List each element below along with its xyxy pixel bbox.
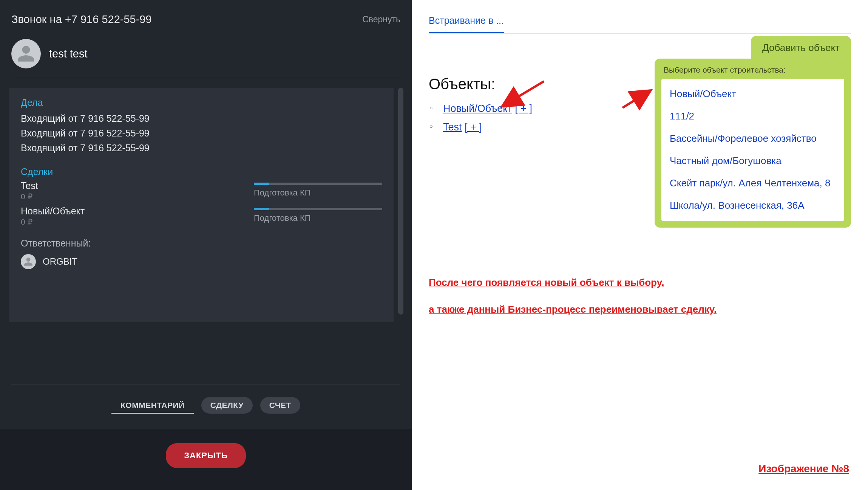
deal-progress: Подготовка КП bbox=[254, 183, 382, 198]
objects-section: Объекты: Новый/Объект [ + ] Test [ + ] bbox=[429, 76, 532, 136]
annotation-text: а также данный Бизнес-процесс переименов… bbox=[429, 304, 851, 315]
dropdown-option[interactable]: Частный дом/Богушовка bbox=[661, 150, 844, 172]
objects-list: Новый/Объект [ + ] Test [ + ] bbox=[429, 99, 532, 136]
deal-stage: Подготовка КП bbox=[254, 213, 382, 223]
tab-comment[interactable]: КОММЕНТАРИЙ bbox=[111, 397, 194, 414]
call-title: Звонок на +7 916 522-55-99 bbox=[11, 13, 152, 26]
object-link[interactable]: Новый/Объект bbox=[443, 103, 512, 114]
divider bbox=[11, 78, 400, 78]
activities-title: Дела bbox=[21, 97, 382, 108]
dropdown-option[interactable]: Скейт парк/ул. Алея Челтенхема, 8 bbox=[661, 172, 844, 194]
dropdown-label: Выберите объект строительства: bbox=[661, 65, 844, 74]
doc-panel: Встраивание в ... Объекты: Новый/Объект … bbox=[412, 0, 868, 490]
deal-name: Test bbox=[21, 180, 38, 191]
call-panel: Звонок на +7 916 522-55-99 Свернуть test… bbox=[0, 0, 412, 490]
responsible-name: ORGBIT bbox=[43, 256, 77, 267]
call-body-scroll: Дела Входящий от 7 916 522-55-99 Входящи… bbox=[9, 88, 408, 375]
deals-block: Сделки Test 0 ₽ Подготовка КП Новый/Объе… bbox=[21, 166, 382, 226]
doc-content: Объекты: Новый/Объект [ + ] Test [ + ] Д… bbox=[429, 55, 851, 228]
activity-item[interactable]: Входящий от 7 916 522-55-99 bbox=[21, 141, 382, 155]
image-caption: Изображение №8 bbox=[758, 463, 849, 475]
deal-row[interactable]: Новый/Объект 0 ₽ Подготовка КП bbox=[21, 206, 382, 226]
scrollbar[interactable] bbox=[398, 88, 403, 315]
doc-tab-embed[interactable]: Встраивание в ... bbox=[429, 15, 504, 33]
contact-name: test test bbox=[49, 48, 88, 60]
dropdown-options: Новый/Объект 111/2 Бассейны/Форелевое хо… bbox=[661, 79, 844, 221]
progress-bar bbox=[254, 208, 382, 210]
responsible-block: Ответственный: ORGBIT bbox=[21, 238, 382, 269]
avatar bbox=[11, 39, 41, 68]
activity-item[interactable]: Входящий от 7 916 522-55-99 bbox=[21, 111, 382, 126]
progress-bar bbox=[254, 183, 382, 185]
activities-block: Дела Входящий от 7 916 522-55-99 Входящи… bbox=[21, 97, 382, 155]
object-link[interactable]: Test bbox=[443, 121, 462, 133]
close-button[interactable]: ЗАКРЫТЬ bbox=[166, 443, 246, 468]
annotation-text: После чего появляется новый объект к выб… bbox=[429, 277, 851, 288]
dropdown-option[interactable]: 111/2 bbox=[661, 105, 844, 127]
dropdown-option[interactable]: Бассейны/Форелевое хозяйство bbox=[661, 127, 844, 150]
deal-name: Новый/Объект bbox=[21, 206, 85, 217]
dropdown-option[interactable]: Школа/ул. Вознесенская, 36А bbox=[661, 194, 844, 217]
avatar bbox=[21, 254, 36, 269]
activity-item[interactable]: Входящий от 7 916 522-55-99 bbox=[21, 126, 382, 141]
dropdown-card: Выберите объект строительства: Новый/Объ… bbox=[655, 59, 851, 228]
add-object-widget: Добавить объект Выберите объект строител… bbox=[655, 55, 851, 228]
annotation-arrow-icon bbox=[621, 87, 655, 115]
object-add-plus[interactable]: [ + ] bbox=[465, 121, 482, 133]
responsible-title: Ответственный: bbox=[21, 238, 382, 249]
object-add-plus[interactable]: [ + ] bbox=[515, 103, 532, 114]
call-header: Звонок на +7 916 522-55-99 Свернуть bbox=[0, 0, 412, 35]
deals-title: Сделки bbox=[21, 166, 382, 177]
annotation-notes: После чего появляется новый объект к выб… bbox=[429, 277, 851, 315]
tab-deal[interactable]: СДЕЛКУ bbox=[201, 397, 253, 414]
deal-stage: Подготовка КП bbox=[254, 188, 382, 198]
person-icon bbox=[17, 44, 36, 63]
deal-price: 0 ₽ bbox=[21, 192, 38, 201]
objects-heading: Объекты: bbox=[429, 76, 532, 93]
svg-line-3 bbox=[622, 91, 649, 108]
collapse-button[interactable]: Свернуть bbox=[362, 14, 400, 25]
deal-price: 0 ₽ bbox=[21, 217, 85, 226]
list-item: Test [ + ] bbox=[443, 118, 532, 136]
tab-invoice[interactable]: СЧЕТ bbox=[260, 397, 300, 414]
list-item: Новый/Объект [ + ] bbox=[443, 99, 532, 118]
deal-row[interactable]: Test 0 ₽ Подготовка КП bbox=[21, 180, 382, 201]
deal-progress: Подготовка КП bbox=[254, 208, 382, 223]
footer: ЗАКРЫТЬ bbox=[0, 429, 412, 490]
contact-row[interactable]: test test bbox=[0, 35, 412, 78]
call-body: Дела Входящий от 7 916 522-55-99 Входящи… bbox=[9, 88, 394, 322]
action-tabs: КОММЕНТАРИЙ СДЕЛКУ СЧЕТ bbox=[0, 385, 412, 429]
person-icon bbox=[23, 257, 33, 267]
responsible-user[interactable]: ORGBIT bbox=[21, 254, 382, 269]
dropdown-option[interactable]: Новый/Объект bbox=[661, 83, 844, 105]
doc-tabbar: Встраивание в ... bbox=[429, 15, 851, 34]
